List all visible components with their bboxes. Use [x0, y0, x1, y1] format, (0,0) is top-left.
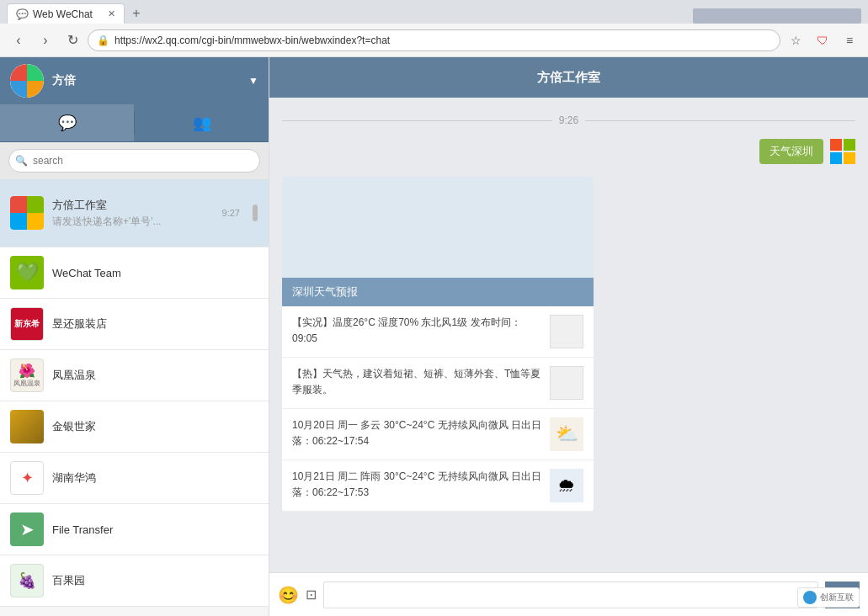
contact-name: 湖南华鸿: [52, 470, 258, 486]
weather-item-image: [550, 315, 583, 348]
weather-sun-icon: ⛅: [550, 417, 583, 451]
contact-preview: 请发送快递名称+'单号'...: [52, 215, 214, 229]
watermark-text: 创新互联: [820, 592, 854, 603]
emoji-button[interactable]: 😊: [278, 585, 299, 605]
weather-card: 深圳天气预报 【实况】温度26°C 湿度70% 东北风1级 发布时间：09:05…: [282, 177, 594, 512]
contact-name: 昱还服装店: [52, 316, 258, 332]
avatar: 🍇: [10, 564, 44, 597]
watermark: 创新互联: [797, 587, 860, 608]
sidebar-header: 方倍 ▼: [0, 57, 269, 104]
message-row: 天气深圳: [282, 139, 855, 164]
contact-time: 9:27: [222, 208, 240, 218]
weather-item-image: [550, 366, 583, 400]
browser-toolbar: ‹ › ↻ 🔒 https://wx2.qq.com/cgi-bin/mmweb…: [0, 24, 868, 57]
message-row: 深圳天气预报 【实况】温度26°C 湿度70% 东北风1级 发布时间：09:05…: [282, 173, 855, 516]
weather-image: [282, 177, 594, 278]
chat-area: 方倍工作室 9:26 天气深圳: [269, 57, 868, 616]
chat-tab-icon: 💬: [58, 114, 77, 132]
contact-name: 百果园: [52, 573, 258, 588]
ms-logo-blue: [830, 152, 842, 164]
list-item[interactable]: 方倍工作室 请发送快递名称+'单号'... 9:27: [0, 179, 269, 247]
weather-item-text: 10月21日 周二 阵雨 30°C~24°C 无持续风向微风 日出日落：06:2…: [292, 469, 541, 501]
menu-button[interactable]: ≡: [838, 29, 861, 52]
avatar: ✦: [10, 461, 44, 495]
shield-button[interactable]: 🛡: [811, 29, 834, 52]
list-item[interactable]: 🍇 百果园: [0, 555, 269, 607]
contact-info: 凤凰温泉: [52, 368, 258, 383]
address-bar[interactable]: 🔒 https://wx2.qq.com/cgi-bin/mmwebwx-bin…: [88, 29, 780, 51]
list-item[interactable]: ➤ File Transfer: [0, 504, 269, 555]
tab-close-button[interactable]: ✕: [108, 8, 115, 19]
refresh-button[interactable]: ↻: [61, 29, 84, 52]
sidebar-tab-chat[interactable]: 💬: [0, 104, 134, 141]
weather-button[interactable]: 天气深圳: [759, 139, 823, 164]
weather-item-text: 【热】天气热，建议着短裙、短裤、短薄外套、T恤等夏季服装。: [292, 366, 541, 398]
list-item[interactable]: ✦ 湖南华鸿: [0, 453, 269, 504]
sidebar-tab-contacts[interactable]: 👥: [135, 104, 269, 141]
app-content: 方倍 ▼ 💬 👥 🔍: [0, 57, 868, 616]
contact-name: 金银世家: [52, 419, 258, 434]
contact-info: 昱还服装店: [52, 316, 258, 332]
weather-item-text: 10月20日 周一 多云 30°C~24°C 无持续风向微风 日出日落：06:2…: [292, 417, 541, 449]
weather-rain-icon: 🌧: [550, 469, 583, 502]
chat-input-area: 😊 ⊡ S: [269, 572, 868, 616]
weather-item: 【热】天气热，建议着短裙、短裤、短薄外套、T恤等夏季服装。: [282, 358, 594, 409]
user-name: 方倍: [52, 73, 240, 88]
list-item[interactable]: 🌺 凤凰温泉 凤凰温泉: [0, 350, 269, 401]
url-text: https://wx2.qq.com/cgi-bin/mmwebwx-bin/w…: [114, 35, 771, 46]
ms-logo-yellow: [844, 152, 855, 164]
contact-info: 湖南华鸿: [52, 470, 258, 486]
chat-title: 方倍工作室: [537, 70, 600, 86]
contact-info: WeChat Team: [52, 267, 258, 279]
bookmark-button[interactable]: ☆: [784, 29, 807, 52]
browser-tab[interactable]: 💬 Web WeChat ✕: [7, 3, 125, 24]
sidebar-tabs: 💬 👥: [0, 104, 269, 142]
contact-info: 百果园: [52, 573, 258, 588]
chat-header: 方倍工作室: [269, 57, 868, 98]
avatar: [10, 196, 44, 230]
chat-messages: 9:26 天气深圳: [269, 98, 868, 572]
list-item[interactable]: 💚 WeChat Team: [0, 247, 269, 299]
time-divider: 9:26: [282, 114, 855, 126]
contact-name: WeChat Team: [52, 267, 258, 279]
tab-bar: 💬 Web WeChat ✕ +: [0, 0, 868, 24]
tab-favicon: 💬: [16, 8, 28, 20]
new-tab-button[interactable]: +: [125, 3, 148, 24]
weather-item: 10月21日 周二 阵雨 30°C~24°C 无持续风向微风 日出日落：06:2…: [282, 460, 594, 512]
sidebar-dropdown-arrow[interactable]: ▼: [248, 75, 258, 87]
avatar: 💚: [10, 256, 44, 289]
contact-name: File Transfer: [52, 523, 258, 536]
forward-button[interactable]: ›: [34, 29, 57, 52]
contact-list: 方倍工作室 请发送快递名称+'单号'... 9:27 💚: [0, 179, 269, 616]
avatar: ➤: [10, 512, 44, 546]
browser-frame: 💬 Web WeChat ✕ + ‹ › ↻ 🔒 https://wx2.qq.…: [0, 0, 868, 616]
contact-info: 方倍工作室 请发送快递名称+'单号'...: [52, 198, 214, 229]
chat-input[interactable]: [323, 581, 818, 608]
weather-item-text: 【实况】温度26°C 湿度70% 东北风1级 发布时间：09:05: [292, 315, 541, 347]
contact-name: 方倍工作室: [52, 198, 214, 213]
list-item[interactable]: 新东希 昱还服装店: [0, 299, 269, 350]
ms-logo-red: [830, 139, 842, 151]
search-icon: 🔍: [15, 155, 28, 167]
clipboard-button[interactable]: ⊡: [306, 587, 317, 603]
contact-meta: 9:27: [222, 208, 240, 218]
back-button[interactable]: ‹: [7, 29, 30, 52]
weather-card-header: 深圳天气预报: [282, 278, 594, 306]
ms-logo: [830, 139, 855, 164]
weather-item: 10月20日 周一 多云 30°C~24°C 无持续风向微风 日出日落：06:2…: [282, 409, 594, 460]
avatar: 新东希: [10, 307, 44, 341]
contacts-tab-icon: 👥: [193, 114, 211, 132]
weather-header-text: 深圳天气预报: [292, 285, 358, 298]
search-input[interactable]: [8, 149, 260, 173]
contact-info: 金银世家: [52, 419, 258, 434]
avatar: [10, 410, 44, 443]
contact-info: File Transfer: [52, 523, 258, 536]
tab-title: Web WeChat: [33, 8, 93, 20]
user-avatar: [10, 64, 44, 98]
ms-logo-green: [844, 139, 855, 151]
sidebar: 方倍 ▼ 💬 👥 🔍: [0, 57, 269, 616]
contact-name: 凤凰温泉: [52, 368, 258, 383]
weather-item: 【实况】温度26°C 湿度70% 东北风1级 发布时间：09:05: [282, 306, 594, 358]
list-item[interactable]: 金银世家: [0, 401, 269, 453]
time-text: 9:26: [559, 114, 578, 126]
